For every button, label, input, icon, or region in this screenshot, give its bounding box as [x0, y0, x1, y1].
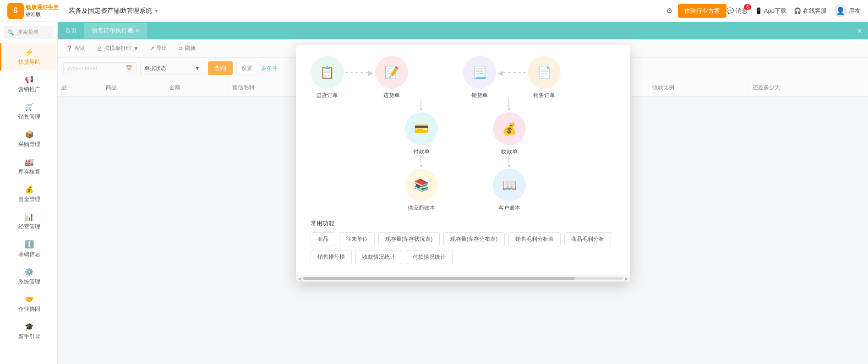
- flow-label-payment: 付款单: [413, 148, 430, 156]
- flow-label-purchase-order: 进货订单: [316, 92, 338, 99]
- logo-text: 畅康通好生意 标准版: [26, 4, 59, 18]
- sidebar-item-system[interactable]: ⚙️ 系统管理: [0, 263, 57, 290]
- flow-node-customer-ledger[interactable]: 📖: [493, 168, 526, 201]
- flow-node-purchase-bill[interactable]: 📝: [375, 56, 408, 89]
- func-buttons-row2: 销售排行榜 收款情况统计 付款情况统计: [311, 250, 616, 264]
- func-btn-inventory-status[interactable]: 现存量(库存状况表): [378, 232, 440, 246]
- app-download-button[interactable]: 📱 App下载: [755, 7, 786, 15]
- func-btn-product[interactable]: 商品: [311, 232, 335, 246]
- online-service-button[interactable]: 🎧 在线客服: [794, 7, 827, 15]
- search-menu-button[interactable]: 🔍 搜索菜单: [4, 26, 54, 39]
- quick-nav-popup: 📋 进货订单 ▶: [296, 45, 630, 282]
- sidebar-item-quick-nav[interactable]: ⚡ 快捷导航: [0, 43, 57, 71]
- flow-node-sales-order[interactable]: 📄: [528, 56, 561, 89]
- sidebar-item-finance[interactable]: 💰 资金管理: [0, 180, 57, 208]
- message-button[interactable]: 💬 消息 6: [726, 7, 748, 15]
- sidebar-item-enterprise[interactable]: 🤝 企业协同: [0, 290, 57, 318]
- func-btn-receipt-stats[interactable]: 收款情况统计: [355, 250, 402, 264]
- sidebar-item-marketing[interactable]: 📢 营销推广: [0, 71, 57, 98]
- flow-label-supplier-ledger: 供应商账本: [408, 204, 435, 212]
- system-icon: ⚙️: [25, 267, 34, 276]
- func-btn-inventory-dist[interactable]: 现存量(库存分布表): [443, 232, 505, 246]
- flow-label-receipt: 收款单: [501, 148, 518, 156]
- func-buttons-row1: 商品 往来单位 现存量(库存状况表) 现存量(库存分布表) 销售毛利分析表 商品…: [311, 232, 616, 246]
- flow-node-payment[interactable]: 💳: [405, 112, 438, 145]
- common-functions-title: 常用功能: [311, 219, 616, 228]
- try-industry-button[interactable]: 体验行业方案: [678, 4, 726, 18]
- search-icon: 🔍: [7, 29, 14, 36]
- marketing-icon: 📢: [25, 75, 34, 84]
- func-btn-product-profit[interactable]: 商品毛利分析: [564, 232, 611, 246]
- sidebar-item-inventory[interactable]: 🏭 库存核算: [0, 153, 57, 180]
- logo-icon: 6: [7, 3, 24, 19]
- flow-label-sales-bill: 销货单: [471, 92, 488, 99]
- message-icon: 💬: [726, 7, 734, 14]
- flow-node-purchase-order[interactable]: 📋: [311, 56, 344, 89]
- func-btn-sales-ranking[interactable]: 销售排行榜: [311, 250, 352, 264]
- popup-overlay[interactable]: 📋 进货订单 ▶: [58, 22, 868, 364]
- flow-label-sales-order: 销售订单: [533, 92, 555, 99]
- beginner-icon: 🎓: [25, 322, 34, 331]
- download-icon: 📱: [755, 7, 762, 14]
- scroll-left-icon[interactable]: ◀: [298, 276, 301, 281]
- quick-nav-icon: ⚡: [25, 48, 34, 56]
- basic-info-icon: ℹ️: [25, 240, 34, 249]
- flow-node-sales-bill[interactable]: 📃: [463, 56, 496, 89]
- sidebar-search-area: 🔍 搜索菜单: [0, 22, 57, 43]
- sidebar-item-sales[interactable]: 🛒 销售管理: [0, 98, 57, 125]
- system-title-arrow[interactable]: ▼: [154, 8, 159, 14]
- sidebar-nav: ⚡ 快捷导航 📢 营销推广 🛒 销售管理 📦 采购管理 🏭 库存核算: [0, 43, 57, 364]
- common-functions-section: 常用功能 商品 往来单位 现存量(库存状况表) 现存量(库存分布表) 销售毛利分…: [311, 219, 616, 264]
- flow-label-purchase-bill: 进货单: [383, 92, 400, 99]
- user-menu[interactable]: 👤 用友: [834, 5, 861, 17]
- user-avatar: 👤: [834, 5, 847, 17]
- sidebar-item-operations[interactable]: 📊 经营管理: [0, 208, 57, 235]
- scroll-right-icon[interactable]: ▶: [625, 276, 628, 281]
- flow-node-receipt[interactable]: 💰: [493, 112, 526, 145]
- purchase-icon: 📦: [25, 130, 34, 139]
- sales-icon: 🛒: [25, 103, 34, 111]
- message-badge: 6: [744, 4, 751, 10]
- scrollbar-thumb[interactable]: [303, 277, 575, 280]
- flow-label-customer-ledger: 客户账本: [498, 204, 520, 212]
- system-title: 装备及固定资产辅助管理系统: [69, 7, 152, 15]
- func-btn-sales-profit[interactable]: 销售毛利分析表: [508, 232, 561, 246]
- enterprise-icon: 🤝: [25, 295, 34, 304]
- func-btn-partner[interactable]: 往来单位: [339, 232, 375, 246]
- inventory-icon: 🏭: [25, 158, 34, 166]
- sidebar-item-purchase[interactable]: 📦 采购管理: [0, 125, 57, 153]
- settings-icon[interactable]: ⚙: [666, 6, 672, 15]
- finance-icon: 💰: [25, 185, 34, 194]
- sidebar-item-beginner[interactable]: 🎓 新手引导: [0, 318, 57, 345]
- func-btn-payment-stats[interactable]: 付款情况统计: [406, 250, 453, 264]
- popup-scrollbar[interactable]: ◀ ▶: [296, 275, 630, 282]
- sidebar-item-basic-info[interactable]: ℹ️ 基础信息: [0, 235, 57, 263]
- operations-icon: 📊: [25, 212, 34, 221]
- headset-icon: 🎧: [794, 7, 801, 14]
- flow-node-supplier-ledger[interactable]: 📚: [405, 168, 438, 201]
